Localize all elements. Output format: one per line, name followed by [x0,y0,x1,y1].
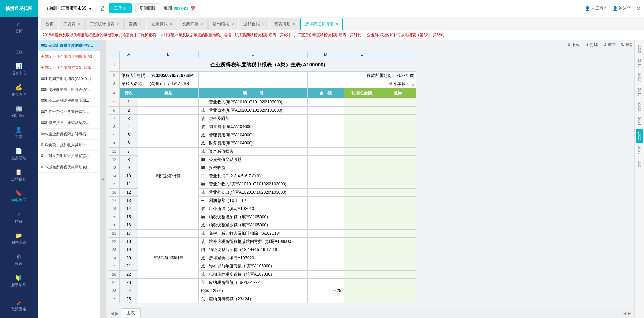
line-number[interactable]: 21 [120,262,138,270]
download-button[interactable]: ⬇ 下载 [567,42,580,48]
line-number[interactable]: 12 [120,188,138,196]
line-number[interactable]: 1 [120,98,138,106]
tab-tax-schedule[interactable]: 税表清册 ✕ [270,18,300,30]
user-profile-button[interactable]: 👤 徐港华 [613,5,631,11]
amount-cell[interactable] [307,221,344,229]
year-item-2020[interactable]: 2020 [636,100,643,113]
project-cell[interactable]: 减：境外所得（填写A108010） [199,205,307,213]
list-item[interactable]: 001-企业所得税年度纳税申报... [38,40,100,51]
user-service-button[interactable]: 👤 人工咨询 [585,5,607,11]
year-item-2016[interactable]: 2016 [636,56,643,70]
line-number[interactable]: 23 [120,278,138,287]
amount-cell[interactable] [307,188,344,196]
line-number[interactable]: 20 [120,254,138,262]
amount-cell[interactable] [307,139,344,147]
profit-cell[interactable] [344,205,380,213]
list-item[interactable]: ⊘ 003-一般企业成本支出明细... [38,62,100,73]
year-item-2022[interactable]: 2022 [636,129,643,142]
profit-cell[interactable] [344,164,380,172]
category-cell[interactable]: 利润总额计算 [138,147,199,205]
category-cell[interactable] [138,131,199,139]
tab-home[interactable]: 首页 [41,18,58,30]
tab-payroll-report[interactable]: 工资统计报表 ✕ [85,18,124,30]
project-cell[interactable]: 一、营业收入(填写A101010\101020\103000) [199,98,307,106]
year-item-2021[interactable]: 2021 [636,114,643,128]
list-item[interactable]: 010-免税、减计收入及加计... [38,140,100,151]
list-item[interactable]: 005-纳税调整项目明细表(A1... [38,84,100,95]
list-item[interactable]: 008-资产折旧、摊销及纳税... [38,117,100,128]
list-item[interactable]: 007-广告费和业务宣传费跌... [38,107,100,117]
line-number[interactable]: 3 [120,114,138,123]
diff-cell[interactable] [380,98,416,106]
diff-cell[interactable] [380,147,416,155]
profit-cell[interactable] [344,106,380,114]
tab-close-icon[interactable]: ✕ [231,22,234,26]
profit-cell[interactable] [344,147,380,155]
category-cell[interactable] [138,106,199,114]
profit-cell[interactable] [344,180,380,188]
next-sheet-icon[interactable]: ▶ [115,310,119,316]
category-cell[interactable] [138,221,199,229]
amount-cell[interactable] [307,114,344,123]
amount-cell[interactable] [307,246,344,254]
line-number[interactable]: 4 [120,123,138,131]
sidebar-item-home[interactable]: ⌂ 首页 [0,17,38,38]
amount-cell[interactable] [307,155,344,164]
diff-cell[interactable] [380,164,416,172]
list-item[interactable]: 011-研发费用加计扣除优惠... [38,151,100,162]
profit-cell[interactable] [344,287,380,295]
diff-cell[interactable] [380,172,416,180]
project-cell[interactable]: 减：资产减值损失 [199,147,307,155]
profit-cell[interactable] [344,221,380,229]
diff-cell[interactable] [380,287,416,295]
project-cell[interactable]: 加：纳税调整增加额（填写A105000） [199,213,307,221]
project-cell[interactable]: 六、应纳所得税额（23×24） [199,295,307,303]
tab-purchase-ledger[interactable]: 进销台账 ✕ [239,18,269,30]
profit-cell[interactable] [344,114,380,123]
profit-cell[interactable] [344,270,380,278]
profit-cell[interactable] [344,155,380,164]
line-number[interactable]: 22 [120,270,138,278]
sidebar-item-member[interactable]: V 畅会员 [0,292,38,295]
scroll-left-icon[interactable]: ◀ [623,311,626,316]
category-cell[interactable] [138,278,199,287]
sidebar-item-purchase-sales[interactable]: 📋 进销台账 [0,165,38,186]
tab-purchase-audit[interactable]: 进销稽核 ✕ [208,18,238,30]
tab-payroll[interactable]: 工资表 ✕ [59,18,85,30]
diff-cell[interactable] [380,205,416,213]
profit-cell[interactable] [344,295,380,303]
profit-cell[interactable] [344,98,380,106]
line-number[interactable]: 15 [120,213,138,221]
tab-invoice-calc[interactable]: 发票算账 ✕ [147,18,177,30]
category-cell[interactable] [138,139,199,147]
line-number[interactable]: 24 [120,287,138,295]
profit-cell[interactable] [344,196,380,205]
tab-close-icon[interactable]: ✕ [139,22,142,26]
category-cell[interactable] [138,295,199,303]
line-number[interactable]: 17 [120,229,138,237]
tab-invoice-open[interactable]: 发票开票 ✕ [178,18,208,30]
diff-cell[interactable] [380,106,416,114]
line-number[interactable]: 14 [120,205,138,213]
profit-cell[interactable] [344,237,380,246]
amount-cell[interactable] [307,278,344,287]
tab-close-icon[interactable]: ✕ [293,22,295,26]
profit-cell[interactable] [344,246,380,254]
sidebar-item-archive-mgmt[interactable]: 📁 归档管理 [0,228,38,249]
diff-cell[interactable] [380,123,416,131]
project-cell[interactable]: 减：所得减免（填写A107020） [199,254,307,262]
profit-cell[interactable] [344,188,380,196]
print-button[interactable]: 🖨 打印 [585,42,598,48]
diff-cell[interactable] [380,196,416,205]
line-number[interactable]: 18 [120,237,138,246]
diff-cell[interactable] [380,270,416,278]
diff-cell[interactable] [380,295,416,303]
list-item[interactable]: 012-减免所得税优惠明细表(.) [38,162,100,173]
amount-cell[interactable] [307,205,344,213]
project-cell[interactable]: 税率（25%） [199,287,307,295]
spreadsheet-container[interactable]: A B C D E F [106,40,634,308]
switch-version-button[interactable]: 切到旧版 [135,3,160,13]
amount-cell[interactable] [307,229,344,237]
line-number[interactable]: 9 [120,164,138,172]
diff-cell[interactable] [380,213,416,221]
